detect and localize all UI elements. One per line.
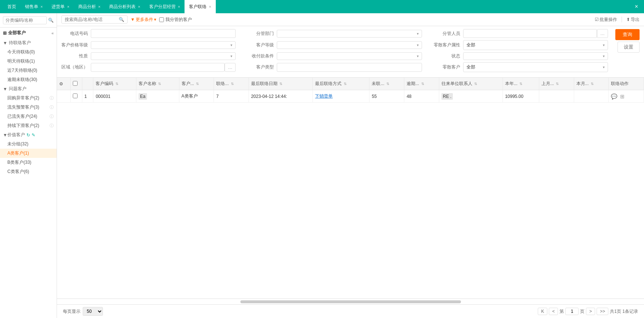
qr-icon[interactable]: ⊞ bbox=[620, 93, 625, 99]
sidebar-item-7days[interactable]: 近7天待联络(0) bbox=[0, 66, 57, 75]
select-all-checkbox[interactable] bbox=[73, 81, 78, 86]
th-unreached[interactable]: 未联... ⇅ bbox=[369, 78, 404, 90]
all-customers-header[interactable]: ⊞ 全部客户 « bbox=[0, 28, 57, 38]
sort-icon-last-date: ⇅ bbox=[279, 82, 282, 86]
query-button[interactable]: 查询 bbox=[615, 29, 640, 40]
sidebar-item-today[interactable]: 今天待联络(0) bbox=[0, 47, 57, 57]
td-last-date-1: 2023-04-12 14:44: bbox=[248, 90, 312, 103]
td-last-method-1[interactable]: 下销货单 bbox=[313, 90, 369, 103]
nav-sales[interactable]: 销售单 × bbox=[21, 0, 47, 13]
nav-home[interactable]: 首页 bbox=[3, 0, 21, 13]
prev-page-btn[interactable]: < bbox=[549, 308, 558, 315]
edit-icon[interactable]: ✎ bbox=[32, 132, 35, 138]
filter-dropdown-customer-level[interactable]: ▾ bbox=[277, 41, 422, 49]
th-this-month[interactable]: 本月... ⇅ bbox=[574, 78, 609, 90]
filter-row-3: 性质 ▾ 收付款条件 ▾ bbox=[61, 52, 608, 60]
filter-search-input[interactable] bbox=[65, 17, 117, 22]
info-icon-4: ⓘ bbox=[50, 123, 54, 128]
th-contact-person[interactable]: 往来单位联系人 ⇅ bbox=[439, 78, 502, 90]
filter-input-customer-type[interactable] bbox=[277, 63, 422, 72]
th-settings[interactable]: ⚙ bbox=[57, 78, 70, 90]
nav-purchase[interactable]: 进货单 × bbox=[47, 0, 74, 13]
filter-cell-customer-type: 客户类型 bbox=[247, 63, 422, 72]
filter-search-box: 🔍 bbox=[61, 15, 128, 24]
nav-customer-tier[interactable]: 客户分层经营 × bbox=[145, 0, 185, 13]
filter-more-person-btn[interactable]: … bbox=[597, 29, 608, 38]
th-overdue[interactable]: 逾期... ⇅ bbox=[404, 78, 439, 90]
nav-close-product-analysis[interactable]: × bbox=[98, 4, 100, 9]
first-page-btn[interactable]: K bbox=[538, 308, 547, 315]
nav-close-customer-contact[interactable]: × bbox=[209, 4, 211, 9]
sidebar-search-icon[interactable]: 🔍 bbox=[48, 18, 54, 23]
status-chevron-down: ▾ bbox=[603, 54, 605, 58]
horizontal-scrollbar[interactable] bbox=[240, 300, 461, 303]
filter-input-person[interactable] bbox=[463, 29, 597, 38]
filter-more-region-btn[interactable]: … bbox=[225, 63, 236, 72]
export-btn[interactable]: ⬆ 导出 bbox=[626, 17, 640, 23]
filter-dropdown-retail-customer[interactable]: 全部 ▾ bbox=[463, 62, 608, 72]
last-page-btn[interactable]: >> bbox=[597, 308, 608, 315]
sidebar-item-class-c[interactable]: C类客户(6) bbox=[0, 167, 57, 176]
nav-close-product-list[interactable]: × bbox=[138, 4, 140, 9]
sidebar-item-class-b[interactable]: B类客户(33) bbox=[0, 158, 57, 167]
th-name[interactable]: 客户名称 ⇅ bbox=[136, 78, 179, 90]
row-checkbox-1[interactable] bbox=[73, 93, 78, 98]
td-row-checkbox[interactable] bbox=[70, 90, 82, 103]
filter-cell-status: 状态 ▾ bbox=[434, 52, 608, 60]
contact-person-tag: RE . bbox=[441, 93, 453, 100]
th-last-month[interactable]: 上月... ⇅ bbox=[539, 78, 574, 90]
settings-icon: ⚙ bbox=[59, 81, 63, 86]
nav-close-customer-tier[interactable]: × bbox=[178, 4, 180, 9]
my-customer-checkbox[interactable] bbox=[159, 17, 164, 22]
sidebar-search-input[interactable] bbox=[3, 16, 47, 24]
action-icons-group: 💬 ⊞ bbox=[611, 93, 641, 99]
filter-dropdown-price-level[interactable]: ▾ bbox=[91, 41, 236, 49]
sort-icon-code: ⇅ bbox=[115, 82, 118, 86]
sidebar-item-tomorrow[interactable]: 明天待联络(1) bbox=[0, 57, 57, 66]
nav-customer-contact[interactable]: 客户联络 × bbox=[185, 0, 215, 13]
setting-button[interactable]: 设置 bbox=[618, 42, 640, 53]
filter-input-phone[interactable] bbox=[91, 29, 236, 38]
th-checkbox[interactable] bbox=[70, 78, 82, 90]
th-contact-count[interactable]: 联络... ⇅ bbox=[214, 78, 249, 90]
filter-dropdown-retail-attr[interactable]: 全部 ▾ bbox=[463, 40, 608, 50]
batch-op-btn[interactable]: ☑ 批量操作 bbox=[595, 17, 617, 23]
more-filter-btn[interactable]: ▼ 更多条件 ▾ bbox=[130, 17, 156, 23]
sidebar-item-unclassified[interactable]: 未分组(32) bbox=[0, 139, 57, 149]
filter-dropdown-payment[interactable]: ▾ bbox=[277, 52, 422, 60]
content-area: 🔍 ▼ 更多条件 ▾ 我分管的客户 ☑ 批量操作 ⬆ 导出 bbox=[57, 13, 644, 318]
filter-row-2: 客户价格等级 ▾ 客户等级 ▾ bbox=[61, 40, 608, 50]
sort-icon-type: ⇅ bbox=[196, 82, 199, 86]
filter-dropdown-status[interactable]: ▾ bbox=[463, 52, 608, 60]
refresh-icon[interactable]: ↻ bbox=[26, 132, 30, 138]
filter-search-icon[interactable]: 🔍 bbox=[119, 17, 124, 22]
current-page-input[interactable] bbox=[565, 308, 579, 315]
nav-product-list[interactable]: 商品分析列表 × bbox=[105, 0, 144, 13]
sidebar-item-class-a[interactable]: A类客户(1) bbox=[0, 149, 57, 158]
window-close-button[interactable]: × bbox=[632, 3, 641, 10]
action-buttons: 查询 设置 bbox=[611, 29, 640, 74]
th-last-date[interactable]: 最后联络日期 ⇅ bbox=[248, 78, 312, 90]
page-size-select[interactable]: 50 100 bbox=[83, 307, 103, 316]
th-type[interactable]: 客户... ⇅ bbox=[179, 78, 214, 90]
group-pending-contact[interactable]: ▼ 待联络客户 bbox=[0, 38, 57, 47]
sidebar-item-churn-warning[interactable]: 流失预警客户(3) ⓘ bbox=[0, 103, 57, 112]
filter-dropdown-dept[interactable]: ▾ bbox=[277, 30, 422, 38]
nav-close-sales[interactable]: × bbox=[40, 4, 43, 9]
th-this-year[interactable]: 本年... ⇅ bbox=[502, 78, 539, 90]
sidebar-item-overdue[interactable]: 逾期未联络(30) bbox=[0, 75, 57, 84]
sidebar-item-declining[interactable]: 持续下滑客户(2) ⓘ bbox=[0, 121, 57, 130]
group-value-customers[interactable]: ▼ 价值客户 ↻ ✎ bbox=[0, 130, 57, 139]
th-last-method[interactable]: 最后联络方式 ⇅ bbox=[313, 78, 369, 90]
nav-close-purchase[interactable]: × bbox=[67, 4, 69, 9]
chat-icon[interactable]: 💬 bbox=[611, 93, 617, 99]
group-problem-customers[interactable]: ▼ 问题客户 bbox=[0, 84, 57, 93]
filter-dropdown-nature[interactable]: ▾ bbox=[91, 52, 236, 60]
last-method-link[interactable]: 下销货单 bbox=[315, 93, 333, 99]
filter-input-region[interactable] bbox=[91, 63, 225, 72]
sidebar-item-repurchase-abnormal[interactable]: 回购异常客户(2) ⓘ bbox=[0, 93, 57, 103]
next-page-btn[interactable]: > bbox=[586, 308, 595, 315]
nav-product-analysis[interactable]: 商品分析 × bbox=[74, 0, 105, 13]
sidebar-item-churned[interactable]: 已流失客户(24) ⓘ bbox=[0, 112, 57, 121]
th-code[interactable]: 客户编码 ⇅ bbox=[93, 78, 136, 90]
